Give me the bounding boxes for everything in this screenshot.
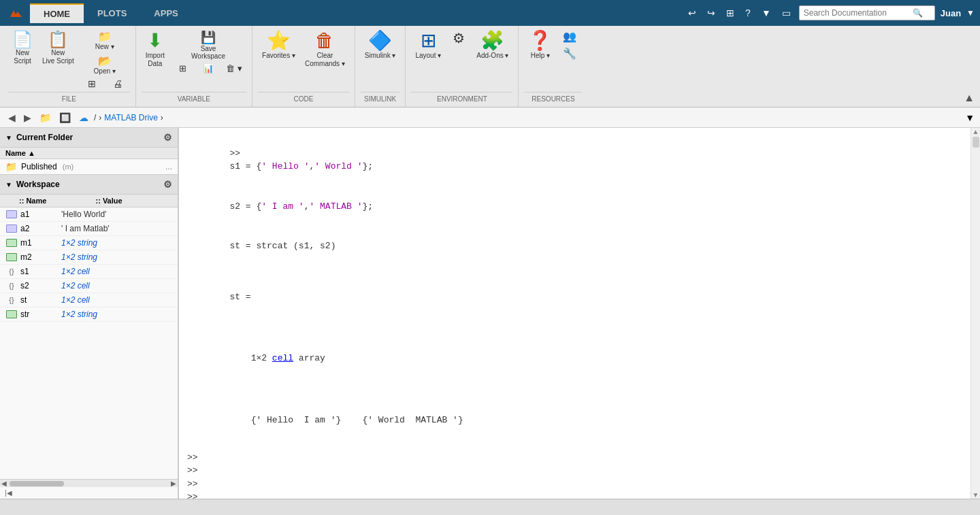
- ws-row-s2[interactable]: {} s2 1×2 cell: [0, 279, 178, 293]
- help-label: Help ▾: [531, 52, 550, 60]
- matlab-drive-link[interactable]: MATLAB Drive: [104, 113, 157, 122]
- tab-apps[interactable]: APPS: [140, 4, 191, 22]
- ws-row-s1[interactable]: {} s1 1×2 cell: [0, 265, 178, 279]
- cmd-vertical-scrollbar[interactable]: ▲ ▼: [970, 128, 980, 499]
- cmd-cell-array-text: array: [293, 353, 325, 363]
- folder-item-published[interactable]: 📁 Published (m) ...: [0, 159, 178, 174]
- ws-icon-str: [5, 310, 18, 319]
- cmd-output-st: st =: [187, 277, 962, 317]
- workspace-label: Workspace: [16, 180, 60, 189]
- cmd-empty-2: [187, 317, 962, 328]
- ws-row-m2[interactable]: m2 1×2 string: [0, 250, 178, 265]
- cmd-prompt-5: >>: [187, 491, 962, 499]
- ribbon-section-file: 📄 NewScript 📋 NewLive Script 📁 New ▾ 📂 O…: [3, 26, 136, 107]
- open-label: Open ▾: [94, 67, 116, 75]
- cmd-str-matlab: ' MATLAB ': [309, 201, 362, 212]
- tab-plots[interactable]: PLOTS: [84, 4, 140, 22]
- preferences-button[interactable]: ⚙: [446, 29, 471, 48]
- print-button[interactable]: 🖨: [105, 78, 130, 90]
- open-button[interactable]: 📂 Open ▾: [91, 53, 118, 76]
- clear-commands-label: ClearCommands ▾: [305, 52, 345, 68]
- ws-row-str[interactable]: str 1×2 string: [0, 308, 178, 322]
- folder-item-more[interactable]: ...: [165, 162, 172, 171]
- forward-button[interactable]: ▶: [21, 111, 34, 124]
- ws-row-m1[interactable]: m1 1×2 string: [0, 236, 178, 250]
- environment-section-label: ENVIRONMENT: [411, 92, 512, 104]
- save-workspace-label: SaveWorkspace: [191, 45, 225, 60]
- cmd-line-1: >> s1 = {' Hello ',' World '};: [187, 133, 962, 186]
- svg-rect-0: [8, 5, 24, 21]
- print-icon: 🖨: [113, 78, 122, 89]
- cmd-prompt-sym-3: >>: [187, 465, 198, 476]
- browse-button[interactable]: 🔲: [56, 111, 74, 124]
- layout-button[interactable]: ⊞ Layout ▾: [411, 29, 445, 63]
- panel-nav-left[interactable]: |◀: [3, 488, 14, 497]
- ws-row-st[interactable]: {} st 1×2 cell: [0, 293, 178, 308]
- workspace-header: ▼ Workspace ⚙: [0, 175, 178, 195]
- workspace-settings-icon[interactable]: ⚙: [163, 179, 172, 190]
- new-live-script-button[interactable]: 📋 NewLive Script: [38, 29, 78, 68]
- clear-workspace-button[interactable]: 🗑 ▾: [222, 63, 246, 74]
- request-support-button[interactable]: 🔧: [557, 46, 582, 61]
- vscroll-up-arrow[interactable]: ▲: [973, 128, 979, 135]
- layout-icon-btn[interactable]: ⊞: [723, 6, 737, 20]
- settings-icon-btn[interactable]: ▼: [759, 6, 774, 20]
- cmd-code-s2: s2 = {: [229, 201, 261, 212]
- vscroll-thumb[interactable]: [973, 137, 979, 148]
- ws-value-a1: 'Hello World': [61, 210, 106, 219]
- user-dropdown-arrow[interactable]: ▼: [966, 8, 975, 18]
- folder-item-suffix: (m): [63, 163, 74, 171]
- ribbon-collapse-icon[interactable]: ▲: [964, 92, 975, 104]
- ws-row-a1[interactable]: a1 'Hello World': [0, 207, 178, 222]
- help-button[interactable]: ❓ Help ▾: [524, 29, 556, 63]
- cmd-empty-1: [187, 266, 962, 277]
- undo-button[interactable]: ↩: [685, 6, 699, 20]
- import-data-button[interactable]: ⬇ ImportData: [142, 29, 169, 71]
- new-script-label: NewScript: [14, 49, 31, 65]
- current-folder-section: ▼ Current Folder ⚙ Name ▲ 📁 Published (m…: [0, 128, 178, 175]
- simulink-button[interactable]: 🔷 Simulink ▾: [361, 29, 400, 63]
- save-workspace-button[interactable]: 💾 SaveWorkspace: [189, 29, 228, 61]
- search-documentation-input[interactable]: [804, 8, 913, 18]
- community-button[interactable]: 👥: [557, 29, 582, 44]
- new-script-button[interactable]: 📄 NewScript: [8, 29, 37, 68]
- current-folder-settings-icon[interactable]: ⚙: [163, 132, 172, 143]
- ws-icon-a1: [5, 210, 18, 219]
- cmd-empty-5: [187, 389, 962, 400]
- compare-button[interactable]: ⊞: [80, 78, 104, 90]
- cloud-button[interactable]: ☁: [76, 111, 91, 124]
- ribbon-section-code: ⭐ Favorites ▾ 🗑 ClearCommands ▾ CODE: [252, 26, 355, 107]
- redo-button[interactable]: ↪: [704, 6, 718, 20]
- new-button[interactable]: 📁 New ▾: [93, 29, 117, 52]
- user-label[interactable]: Juan: [941, 8, 961, 18]
- horizontal-scrollbar[interactable]: ◀ ▶: [0, 479, 178, 487]
- hscroll-left-arrow[interactable]: ◀: [1, 480, 7, 487]
- command-window[interactable]: >> s1 = {' Hello ',' World '}; s2 = {' I…: [179, 128, 970, 499]
- ws-row-a2[interactable]: a2 ' I am Matlab': [0, 222, 178, 236]
- help-icon-btn[interactable]: ?: [742, 6, 753, 20]
- ribbon-collapse[interactable]: ▲: [961, 26, 977, 107]
- cmd-prompt-2: >>: [187, 451, 962, 465]
- cmd-prompt-3: >>: [187, 464, 962, 478]
- ws-icon-st: {}: [5, 295, 18, 305]
- add-ons-button[interactable]: 🧩 Add-Ons ▾: [472, 29, 512, 63]
- up-button[interactable]: 📁: [37, 111, 54, 124]
- new-variable-button[interactable]: ⊞: [170, 63, 195, 74]
- ws-name-s2: s2: [20, 281, 61, 290]
- hscroll-thumb[interactable]: [10, 481, 64, 486]
- cmd-prompt-sym-5: >>: [187, 492, 198, 499]
- cmd-empty-4: [187, 378, 962, 389]
- cmd-str-iam: ' I am ': [261, 201, 304, 212]
- path-dropdown-button[interactable]: ▼: [965, 112, 975, 123]
- clear-commands-button[interactable]: 🗑 ClearCommands ▾: [301, 29, 349, 71]
- cmd-prompt-sym-4: >>: [187, 479, 198, 489]
- vscroll-down-arrow[interactable]: ▼: [973, 491, 979, 499]
- cmd-cell-link[interactable]: cell: [272, 353, 293, 363]
- back-button[interactable]: ◀: [5, 111, 18, 124]
- hscroll-right-arrow[interactable]: ▶: [171, 480, 176, 487]
- favorites-button[interactable]: ⭐ Favorites ▾: [258, 29, 299, 63]
- minimize-btn[interactable]: ▭: [779, 6, 794, 20]
- tab-home[interactable]: HOME: [30, 3, 84, 23]
- open-variable-button[interactable]: 📊: [196, 63, 220, 74]
- ws-name-m2: m2: [20, 252, 61, 262]
